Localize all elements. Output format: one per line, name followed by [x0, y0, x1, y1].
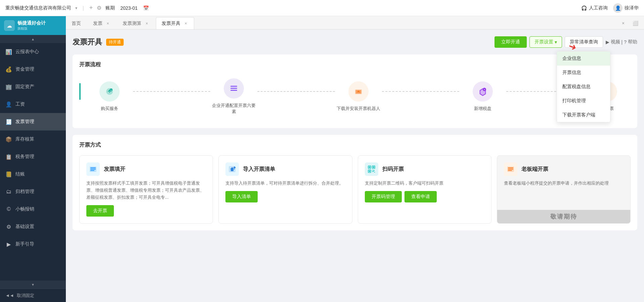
sidebar-item-gudingzichan[interactable]: 🏢 固定资产: [0, 78, 66, 96]
flow-step-1: + 购买服务: [86, 81, 133, 112]
accounting-period-value: 2023-01: [120, 5, 137, 11]
tab-close-button[interactable]: ×: [618, 18, 628, 28]
video-help[interactable]: ▶ 视频 | ? 帮助: [606, 39, 637, 45]
billing-card-4-desc: 查看老板端小程序提交的开票申请，并作出相应的处理: [504, 180, 624, 187]
sidebar-item-label: 资金管理: [15, 66, 34, 72]
billing-card-3-title: 扫码开票: [382, 166, 404, 173]
help-label: 帮助: [628, 39, 637, 45]
sidebar-item-jichu[interactable]: ⚙ 基础设置: [0, 218, 66, 235]
billing-card-3-buttons: 开票码管理 查看申请: [365, 191, 484, 202]
billing-card-2: 导入开票清单 支持导入待开票清单，可对待开票清单进行拆分、合并处理。 导入清单: [218, 155, 352, 223]
flow-step-3-label: 下载并安装开票机器人: [337, 106, 380, 112]
sidebar-item-kucun[interactable]: 📦 库存核算: [0, 130, 66, 148]
video-label: 视频: [611, 39, 620, 45]
yunbaobiao-icon: 📊: [5, 48, 12, 55]
sidebar-item-label: 基础设置: [15, 224, 34, 230]
logo-title: 畅捷通好会计: [17, 20, 46, 26]
billing-card-1: 发票填开 支持按照发票样式手工填开发票；可开具增值税电子普通发票、增值税普通发票…: [79, 155, 213, 223]
content-area: 首页 发票 × 发票测算 × 发票开具 × × ⬜: [66, 16, 644, 302]
billing-card-4-icon: [504, 162, 517, 176]
sidebar-scroll-up[interactable]: ▲: [0, 35, 66, 43]
flow-icon-2: [224, 78, 244, 99]
xiaochang-icon: ©: [5, 206, 12, 213]
sidebar-item-label: 固定资产: [15, 84, 34, 90]
view-apply-button[interactable]: 查看申请: [404, 191, 437, 202]
tab-fapiao[interactable]: 发票 ×: [87, 17, 116, 29]
flow-left-border: [79, 83, 81, 100]
billing-card-2-header: 导入开票清单: [225, 162, 345, 176]
sidebar-item-label: 发票管理: [15, 119, 34, 125]
sidebar-item-guidang[interactable]: 🗂 归档管理: [0, 183, 66, 200]
flow-icon-3: ≡: [348, 81, 369, 102]
flow-steps: + 购买服务 企: [79, 75, 631, 121]
unpin-label: 取消固定: [17, 293, 34, 299]
waitlist-text: 敬请期待: [550, 213, 577, 221]
tab-fapiao-close[interactable]: ×: [105, 21, 111, 26]
flow-section-title: 开票流程: [79, 61, 631, 68]
sidebar-item-label: 云报表中心: [15, 49, 39, 55]
consultant-button[interactable]: 🎧 人工咨询: [581, 5, 608, 11]
tab-maximize-button[interactable]: ⬜: [631, 18, 640, 28]
page-title: 发票开具: [73, 37, 102, 47]
billing-card-3-header: 扫码开票: [365, 162, 484, 176]
tab-home-label: 首页: [72, 21, 81, 27]
svg-rect-26: [373, 166, 374, 168]
xinshou-icon: ▶: [5, 241, 12, 248]
tab-kaiju-close[interactable]: ×: [183, 21, 188, 26]
calendar-icon[interactable]: 📅: [143, 5, 149, 11]
billing-card-1-desc: 支持按照发票样式手工填开发票；可开具增值税电子普通发票、增值税普通发票、增值税专…: [86, 180, 206, 201]
sidebar-unpin[interactable]: ◄◄ 取消固定: [0, 289, 66, 302]
logo-text: 畅捷通好会计 旗舰版: [17, 20, 46, 31]
settings-icon[interactable]: ⚙: [97, 5, 101, 11]
go-billing-button[interactable]: 去开票: [86, 205, 114, 217]
headset-icon: 🎧: [581, 5, 587, 11]
sidebar-item-jiezhang[interactable]: 📒 结账: [0, 165, 66, 183]
jiezhang-icon: 📒: [5, 171, 12, 178]
avatar: 👤: [613, 3, 622, 13]
dropdown-item-printer[interactable]: 打印机管理: [557, 94, 610, 108]
user-info[interactable]: 👤 徐泽华: [613, 3, 639, 13]
sidebar-scroll-down[interactable]: ▼: [0, 280, 66, 289]
billing-section: 开票方式: [73, 135, 637, 230]
flow-step-2-label: 企业开通配置开票六要素: [210, 103, 257, 115]
consultant-label: 人工咨询: [589, 5, 608, 11]
sidebar-item-xinshou[interactable]: ▶ 新手引导: [0, 235, 66, 253]
svg-text:+: +: [111, 89, 112, 91]
tab-cesuan-close[interactable]: ×: [144, 21, 149, 26]
import-list-button[interactable]: 导入清单: [225, 191, 258, 202]
page-header: 发票开具 待开通 立即开通 开票设置 ▾ 异常清单查询 ▶ 视频 | ?: [73, 36, 637, 48]
billing-card-3-desc: 支持定制开票二维码，客户端可扫码开票: [365, 180, 484, 187]
company-name[interactable]: 重庆畅捷交通信息咨询有限公司: [5, 5, 71, 11]
dropdown-item-billing-info[interactable]: 开票信息: [557, 66, 610, 80]
accounting-period-label: 账期: [105, 5, 115, 11]
dropdown-item-tax-disk[interactable]: 配置税盘信息: [557, 80, 610, 94]
sidebar-item-yunbaobiao[interactable]: 📊 云报表中心: [0, 43, 66, 61]
qr-manage-button[interactable]: 开票码管理: [365, 191, 402, 202]
billing-card-4-header: 老板端开票: [504, 162, 624, 176]
tab-fapiao-kaiju[interactable]: 发票开具 ×: [156, 17, 194, 29]
gudingzichan-icon: 🏢: [5, 83, 12, 90]
tab-home[interactable]: 首页: [66, 17, 87, 29]
dropdown-item-download-client[interactable]: 下载开票客户端: [557, 108, 610, 122]
company-dropdown-icon[interactable]: ▾: [75, 6, 77, 10]
tab-fapiao-cesuan[interactable]: 发票测算 ×: [117, 17, 155, 29]
sidebar-item-gongzi[interactable]: 👤 工资: [0, 96, 66, 113]
sidebar-item-fapiao[interactable]: 🧾 发票管理: [0, 113, 66, 130]
jichu-icon: ⚙: [5, 223, 12, 230]
settings-button[interactable]: 开票设置 ▾: [529, 36, 562, 48]
sidebar-item-xiaochang[interactable]: © 小畅报销: [0, 200, 66, 218]
activate-button[interactable]: 立即开通: [495, 36, 527, 48]
sidebar-item-label: 新手引导: [15, 241, 34, 247]
user-name: 徐泽华: [625, 5, 639, 11]
sidebar-item-zijin[interactable]: 💰 资金管理: [0, 61, 66, 78]
dropdown-item-enterprise-info[interactable]: 企业信息: [557, 51, 610, 66]
flow-connector-2: [257, 91, 335, 92]
billing-card-2-icon: [225, 162, 239, 176]
svg-text:+: +: [484, 88, 485, 91]
sidebar-item-shuiwu[interactable]: 📋 税务管理: [0, 148, 66, 165]
help-icon: ?: [624, 39, 627, 45]
main-layout: ☁ 畅捷通好会计 旗舰版 ▲ 📊 云报表中心 💰 资金管理 🏢 固定资产 👤: [0, 16, 644, 302]
billing-card-4: 老板端开票 查看老板端小程序提交的开票申请，并作出相应的处理 敬请期待: [497, 155, 631, 223]
top-bar: 重庆畅捷交通信息咨询有限公司 ▾ | + ⚙ 账期 2023-01 📅 🎧 人工…: [0, 0, 644, 16]
add-company-icon[interactable]: +: [89, 4, 93, 11]
